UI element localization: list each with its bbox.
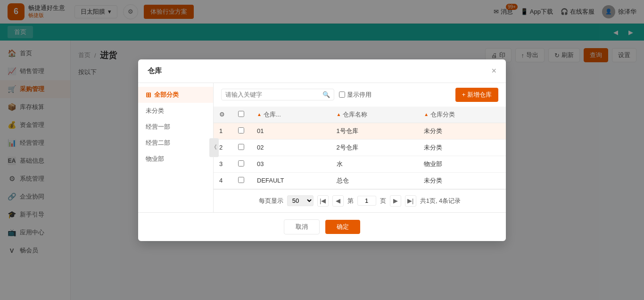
sort-cat-icon: ▲ (424, 112, 429, 117)
table-body: 1 01 1号仓库 未分类 2 02 2号仓库 (214, 123, 506, 189)
first-page-button[interactable]: |◀ (317, 195, 329, 207)
row-check (232, 172, 251, 189)
row-name: 水 (331, 156, 419, 172)
page-label: 第 (347, 197, 354, 205)
show-disabled-check[interactable] (339, 92, 345, 98)
table-row[interactable]: 2 02 2号仓库 未分类 (214, 139, 506, 156)
total-label: 共1页, 4条记录 (420, 197, 461, 205)
table-row[interactable]: 3 03 水 物业部 (214, 156, 506, 172)
search-box: 🔍 (221, 89, 334, 100)
category-panel: ⊞ 全部分类 未分类 经营一部 经营二部 物业部 《 (138, 83, 214, 212)
last-page-button[interactable]: ▶| (405, 195, 416, 207)
row-category: 未分类 (418, 123, 506, 139)
category-item-0[interactable]: 未分类 (138, 103, 213, 119)
modal-overlay: 仓库 × ⊞ 全部分类 未分类 经营一部 经营二部 (0, 0, 644, 300)
th-checkbox (232, 107, 251, 123)
row-num: 4 (214, 172, 232, 189)
category-item-3[interactable]: 物业部 (138, 151, 213, 167)
row-category: 未分类 (418, 139, 506, 156)
modal-close-button[interactable]: × (491, 66, 496, 76)
sort-name-icon: ▲ (337, 112, 341, 117)
category-item-2[interactable]: 经营二部 (138, 135, 213, 151)
row-name: 2号仓库 (331, 139, 419, 156)
per-page-select[interactable]: 50 100 200 (287, 195, 314, 206)
row-name: 总仓 (331, 172, 419, 189)
row-name: 1号仓库 (331, 123, 419, 139)
table-panel: 🔍 显示停用 + 新增仓库 ⚙ (214, 83, 506, 212)
table-header: ⚙ ▲ 仓库... (214, 107, 506, 123)
row-check (232, 156, 251, 172)
search-input[interactable] (225, 91, 322, 98)
category-item-1[interactable]: 经营一部 (138, 119, 213, 135)
per-page-label: 每页显示 (259, 197, 283, 205)
show-disabled-label: 显示停用 (347, 91, 372, 99)
th-code: ▲ 仓库... (251, 107, 331, 123)
table-toolbar: 🔍 显示停用 + 新增仓库 (214, 83, 506, 107)
pagination: 每页显示 50 100 200 |◀ ◀ 第 页 ▶ ▶| 共1页, 4条记录 (214, 189, 506, 212)
modal-footer: 取消 确定 (138, 212, 506, 241)
warehouse-modal: 仓库 × ⊞ 全部分类 未分类 经营一部 经营二部 (138, 59, 506, 241)
category-collapse-button[interactable]: 《 (209, 138, 219, 157)
category-all-label: 全部分类 (154, 91, 179, 99)
page-unit: 页 (380, 197, 386, 205)
grid-icon: ⊞ (146, 91, 151, 99)
row-category: 未分类 (418, 172, 506, 189)
modal-header: 仓库 × (138, 59, 506, 83)
row-check (232, 139, 251, 156)
modal-title: 仓库 (148, 67, 162, 75)
row-code: 01 (251, 123, 331, 139)
modal-body: ⊞ 全部分类 未分类 经营一部 经营二部 物业部 《 (138, 83, 506, 212)
add-warehouse-button[interactable]: + 新增仓库 (455, 88, 498, 102)
table-scroll: ⚙ ▲ 仓库... (214, 107, 506, 189)
table-row[interactable]: 1 01 1号仓库 未分类 (214, 123, 506, 139)
th-settings: ⚙ (214, 107, 232, 123)
sort-icon: ▲ (257, 112, 262, 117)
next-page-button[interactable]: ▶ (390, 195, 401, 207)
search-icon[interactable]: 🔍 (322, 91, 330, 98)
th-category: ▲ 仓库分类 (418, 107, 506, 123)
show-disabled-checkbox[interactable]: 显示停用 (339, 91, 372, 99)
row-code: DEFAULT (251, 172, 331, 189)
warehouse-table: ⚙ ▲ 仓库... (214, 107, 506, 189)
select-all-checkbox[interactable] (238, 111, 244, 117)
category-all[interactable]: ⊞ 全部分类 (138, 87, 213, 103)
cancel-button[interactable]: 取消 (284, 219, 320, 234)
settings-col-icon: ⚙ (219, 111, 225, 118)
prev-page-button[interactable]: ◀ (332, 195, 344, 207)
row-check (232, 123, 251, 139)
table-row[interactable]: 4 DEFAULT 总仓 未分类 (214, 172, 506, 189)
row-code: 02 (251, 139, 331, 156)
row-num: 1 (214, 123, 232, 139)
confirm-button[interactable]: 确定 (325, 220, 360, 234)
page-input[interactable] (357, 196, 376, 206)
row-category: 物业部 (418, 156, 506, 172)
row-code: 03 (251, 156, 331, 172)
row-num: 3 (214, 156, 232, 172)
th-name: ▲ 仓库名称 (331, 107, 419, 123)
